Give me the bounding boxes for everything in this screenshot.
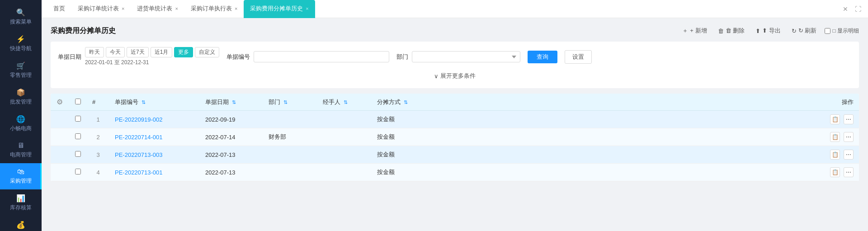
td-docnum-3: PE-20220713-001 — [109, 164, 200, 181]
docnum-filter-label: 单据编号 — [226, 53, 250, 61]
tab-home[interactable]: 首页 — [47, 0, 71, 18]
sidebar-item-label: 小畅电商 — [10, 125, 32, 132]
delete-button[interactable]: 🗑 🗑 删除 — [715, 25, 748, 36]
th-checkbox[interactable] — [69, 94, 87, 111]
close-window-icon[interactable]: ✕ — [841, 5, 850, 14]
show-detail-checkbox[interactable]: □ 显示明细 — [825, 27, 859, 35]
sidebar-finance-icon: 💰 — [2, 221, 40, 229]
yesterday-btn[interactable]: 昨天 — [85, 47, 104, 57]
sidebar-item-inventory[interactable]: 📊库存核算 — [0, 189, 42, 216]
tab-close-icon[interactable]: × — [175, 0, 178, 18]
add-button[interactable]: ＋ + 新增 — [679, 25, 709, 36]
row-checkbox-1[interactable] — [75, 133, 81, 139]
th-dept-label: 部门 — [269, 99, 280, 105]
td-settings-1 — [51, 128, 69, 146]
td-checkbox-3[interactable] — [69, 164, 87, 181]
last7-btn[interactable]: 近7天 — [127, 47, 149, 57]
sidebar-item-finance[interactable]: 💰资金管理 — [0, 216, 42, 231]
td-dept-3 — [263, 164, 317, 181]
sidebar-item-retail[interactable]: 🛒零售管理 — [0, 57, 42, 84]
edit-icon-0[interactable]: 📋 — [830, 114, 840, 124]
edit-icon-1[interactable]: 📋 — [830, 132, 840, 142]
tab-import-stat[interactable]: 进货单统计表× — [131, 0, 184, 18]
export-button[interactable]: ⬆ ⬆ 导出 — [753, 25, 783, 36]
sort-date-icon: ⇅ — [232, 99, 236, 105]
sidebar: 🔍搜索菜单⚡快捷导航🛒零售管理📦批发管理🌐小畅电商🖥电商管理🛍采购管理📊库存核算… — [0, 0, 42, 231]
edit-icon-2[interactable]: 📋 — [830, 150, 840, 160]
show-detail-input[interactable] — [825, 28, 830, 34]
refresh-button[interactable]: ↻ ↻ 刷新 — [789, 25, 820, 36]
tab-bar-actions: ✕ ⛶ — [841, 5, 863, 14]
more-action-icon-1[interactable]: ⋯ — [844, 132, 854, 142]
date-filter-label: 单据日期 — [58, 53, 81, 61]
sidebar-item-search[interactable]: 🔍搜索菜单 — [0, 4, 42, 30]
today-btn[interactable]: 今天 — [106, 47, 125, 57]
row-actions-3: 📋 ⋯ — [819, 167, 854, 177]
td-date-2: 2022-07-13 — [200, 146, 263, 164]
expand-more-btn[interactable]: ∨ 展开更多条件 — [431, 69, 478, 83]
page-header: 采购费用分摊单历史 ＋ + 新增 🗑 🗑 删除 ⬆ ⬆ 导出 ↻ ↻ 刷新 — [51, 25, 859, 36]
select-all-checkbox[interactable] — [75, 99, 81, 104]
sidebar-item-ecom-small[interactable]: 🌐小畅电商 — [0, 110, 42, 137]
sidebar-item-purchase[interactable]: 🛍采购管理 — [0, 163, 42, 189]
tab-close-icon[interactable]: × — [122, 0, 124, 18]
th-date-label: 单据日期 — [205, 99, 229, 105]
last1m-btn[interactable]: 近1月 — [151, 47, 173, 57]
th-docnum[interactable]: 单据编号 ⇅ — [109, 94, 200, 111]
td-checkbox-0[interactable] — [69, 111, 87, 128]
more-action-icon-0[interactable]: ⋯ — [844, 114, 854, 124]
td-method-3: 按金额 — [372, 164, 814, 181]
tab-label: 采购费用分摊单历史 — [250, 0, 303, 18]
td-docnum-0: PE-20220919-002 — [109, 111, 200, 128]
tab-purchase-cost[interactable]: 采购费用分摊单历史× — [244, 0, 315, 18]
tab-purchase-exec[interactable]: 采购订单执行表× — [184, 0, 244, 18]
sort-handler-icon: ⇅ — [344, 99, 348, 105]
query-button[interactable]: 查询 — [528, 51, 557, 63]
row-checkbox-3[interactable] — [75, 169, 81, 174]
td-dept-2 — [263, 146, 317, 164]
docnum-input[interactable] — [254, 51, 389, 62]
data-table: ⚙ # 单据编号 ⇅ 单据日期 ⇅ 部门 ⇅ — [51, 94, 859, 181]
sidebar-ecom-icon: 🖥 — [2, 141, 40, 150]
th-method[interactable]: 分摊方式 ⇅ — [372, 94, 814, 111]
more-btn[interactable]: 更多 — [174, 47, 193, 57]
sidebar-item-wholesale[interactable]: 📦批发管理 — [0, 84, 42, 110]
td-handler-1 — [317, 128, 372, 146]
th-dept[interactable]: 部门 ⇅ — [263, 94, 317, 111]
date-filter-controls: 昨天 今天 近7天 近1月 更多 自定义 2022-01-01 至 2022-1… — [85, 47, 219, 66]
settings-button[interactable]: 设置 — [565, 50, 592, 64]
dept-select[interactable] — [412, 51, 520, 62]
filter-area: 单据日期 昨天 今天 近7天 近1月 更多 自定义 2022-01-01 至 2… — [51, 42, 859, 88]
td-method-1: 按金额 — [372, 128, 814, 146]
docnum-link-2[interactable]: PE-20220713-003 — [115, 151, 163, 158]
row-checkbox-0[interactable] — [75, 116, 81, 122]
td-checkbox-2[interactable] — [69, 146, 87, 164]
th-date[interactable]: 单据日期 ⇅ — [200, 94, 263, 111]
row-actions-1: 📋 ⋯ — [819, 132, 854, 142]
delete-icon: 🗑 — [718, 28, 724, 34]
sidebar-search-icon: 🔍 — [2, 8, 40, 17]
th-settings[interactable]: ⚙ — [51, 94, 69, 111]
docnum-link-0[interactable]: PE-20220919-002 — [115, 116, 163, 123]
docnum-link-3[interactable]: PE-20220713-001 — [115, 169, 163, 176]
custom-btn[interactable]: 自定义 — [195, 47, 219, 57]
edit-icon-3[interactable]: 📋 — [830, 167, 840, 177]
maximize-icon[interactable]: ⛶ — [854, 5, 863, 14]
sidebar-item-ecom[interactable]: 🖥电商管理 — [0, 137, 42, 163]
table-row: 3 PE-20220713-003 2022-07-13 按金额 📋 ⋯ — [51, 146, 859, 164]
row-checkbox-2[interactable] — [75, 151, 81, 157]
td-num-2: 3 — [87, 146, 109, 164]
td-date-0: 2022-09-19 — [200, 111, 263, 128]
td-dept-0 — [263, 111, 317, 128]
td-date-1: 2022-07-14 — [200, 128, 263, 146]
td-checkbox-1[interactable] — [69, 128, 87, 146]
tab-close-icon[interactable]: × — [306, 0, 308, 18]
tab-purchase-order-stat[interactable]: 采购订单统计表× — [71, 0, 131, 18]
more-action-icon-2[interactable]: ⋯ — [844, 150, 854, 160]
th-handler[interactable]: 经手人 ⇅ — [317, 94, 372, 111]
more-action-icon-3[interactable]: ⋯ — [844, 167, 854, 177]
docnum-link-1[interactable]: PE-20220714-001 — [115, 134, 163, 141]
sidebar-item-quick[interactable]: ⚡快捷导航 — [0, 30, 42, 57]
sidebar-item-label: 搜索菜单 — [10, 19, 32, 25]
tab-close-icon[interactable]: × — [235, 0, 237, 18]
